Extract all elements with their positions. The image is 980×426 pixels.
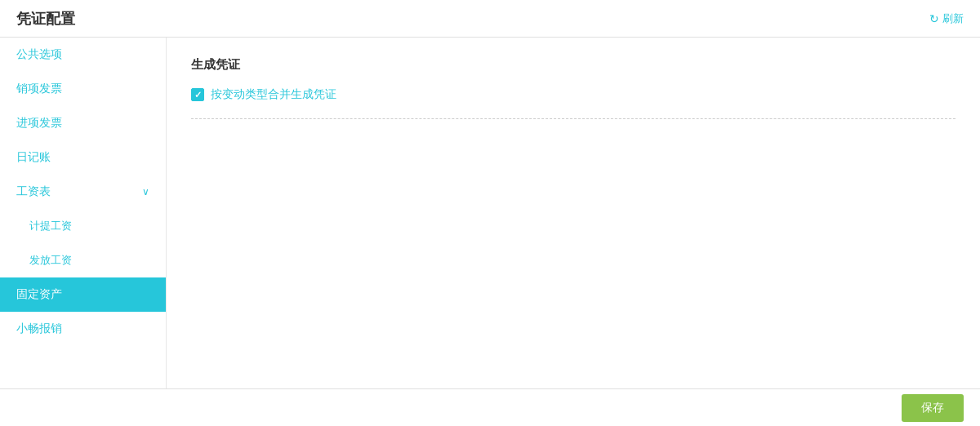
content-area: 生成凭证 按变动类型合并生成凭证 xyxy=(167,38,980,388)
refresh-label: 刷新 xyxy=(942,11,964,26)
section-divider xyxy=(191,118,956,119)
sidebar-item-label: 固定资产 xyxy=(16,287,62,302)
sidebar-item-pay-salary[interactable]: 发放工资 xyxy=(0,243,166,277)
sidebar-item-label: 发放工资 xyxy=(29,253,72,268)
sidebar-item-payroll[interactable]: 工资表 ∨ xyxy=(0,175,166,209)
sidebar-item-label: 小畅报销 xyxy=(16,322,62,336)
refresh-button[interactable]: ↻ 刷新 xyxy=(929,11,964,26)
sidebar-item-calc-salary[interactable]: 计提工资 xyxy=(0,209,166,243)
page-header: 凭证配置 ↻ 刷新 xyxy=(0,0,980,38)
page-title: 凭证配置 xyxy=(16,9,75,29)
page-footer: 保存 xyxy=(0,388,980,426)
merge-by-type-label[interactable]: 按变动类型合并生成凭证 xyxy=(211,87,336,102)
sidebar-item-label: 日记账 xyxy=(16,150,51,165)
sidebar-item-label: 计提工资 xyxy=(29,219,72,233)
sidebar-item-label: 公共选项 xyxy=(16,47,62,62)
sidebar-item-public-options[interactable]: 公共选项 xyxy=(0,38,166,72)
section-title: 生成凭证 xyxy=(191,57,956,73)
save-button[interactable]: 保存 xyxy=(902,394,964,422)
sidebar-item-fixed-assets[interactable]: 固定资产 xyxy=(0,277,166,312)
sidebar-item-petty-expense[interactable]: 小畅报销 xyxy=(0,312,166,346)
sidebar-item-label: 进项发票 xyxy=(16,116,62,131)
refresh-icon: ↻ xyxy=(929,12,939,25)
main-container: 公共选项 销项发票 进项发票 日记账 工资表 ∨ 计提工资 发放工资 固定资产 … xyxy=(0,38,980,388)
chevron-down-icon: ∨ xyxy=(142,186,149,197)
sidebar-item-label: 工资表 xyxy=(16,184,51,199)
sidebar-item-label: 销项发票 xyxy=(16,82,62,96)
merge-by-type-checkbox[interactable] xyxy=(191,88,204,101)
checkbox-row: 按变动类型合并生成凭证 xyxy=(191,87,956,102)
sidebar-item-sales-invoice[interactable]: 销项发票 xyxy=(0,72,166,106)
sidebar: 公共选项 销项发票 进项发票 日记账 工资表 ∨ 计提工资 发放工资 固定资产 … xyxy=(0,38,167,388)
sidebar-item-journal[interactable]: 日记账 xyxy=(0,140,166,175)
sidebar-item-purchase-invoice[interactable]: 进项发票 xyxy=(0,106,166,140)
